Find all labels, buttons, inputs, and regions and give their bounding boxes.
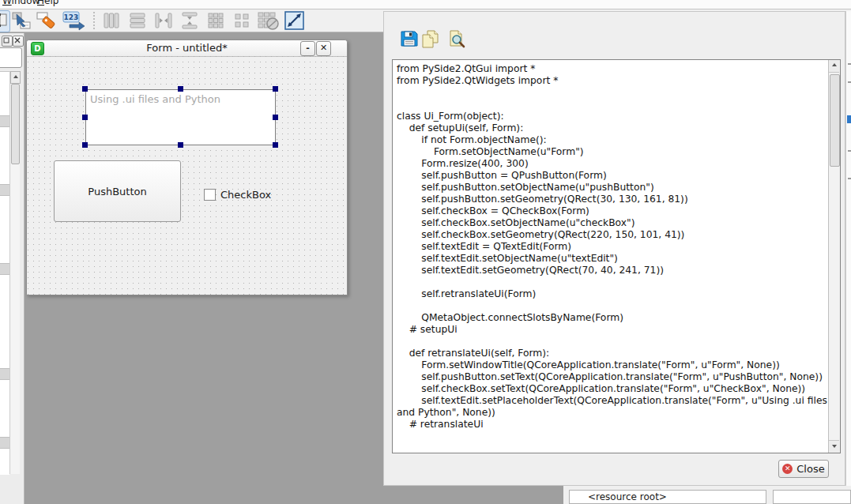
edit-widgets-button[interactable] (0, 10, 10, 32)
scroll-up-button[interactable] (829, 60, 839, 73)
triangle-down-icon (832, 445, 837, 448)
splitter-vertical-icon (179, 10, 200, 31)
layout-vertical-button[interactable] (127, 10, 148, 31)
code-line: Form.setObjectName(u"Form") (397, 146, 828, 158)
break-layout-button[interactable] (256, 10, 280, 31)
checkbox-label: CheckBox (220, 189, 271, 201)
form-editor-window: D Form - untitled* - ✕ Using .ui files a… (26, 39, 348, 295)
scrollbar-thumb[interactable] (11, 84, 20, 164)
code-line (397, 99, 828, 111)
widget-box-list[interactable] (0, 71, 9, 475)
edit-widgets-icon (0, 11, 9, 30)
dock-float-button[interactable] (2, 36, 13, 47)
code-line: self.pushButton.setObjectName(u"pushButt… (397, 182, 828, 194)
selection-handle-midright[interactable] (273, 115, 278, 120)
code-line: # retranslateUi (397, 419, 828, 431)
code-line (397, 300, 828, 312)
form-canvas[interactable]: Using .ui files and Python PushButton Ch… (28, 56, 346, 295)
widget-filter-input[interactable] (0, 47, 22, 68)
splitter-vertical-button[interactable] (179, 10, 200, 31)
float-icon (2, 36, 12, 44)
textedit-widget[interactable]: Using .ui files and Python (85, 89, 276, 145)
resource-list-pane (773, 490, 851, 504)
form-window-titlebar[interactable]: D Form - untitled* - ✕ (27, 40, 347, 57)
edit-buddies-button[interactable] (36, 10, 57, 31)
break-layout-icon (256, 10, 280, 31)
form-close-button[interactable]: ✕ (316, 41, 331, 56)
code-line: self.textEdit.setGeometry(QRect(70, 40, … (397, 265, 828, 276)
save-icon (400, 29, 420, 48)
code-line: and Python", None)) (397, 407, 828, 419)
scroll-up-button[interactable] (10, 71, 21, 84)
layout-grid-icon (205, 10, 226, 31)
checkbox-widget[interactable]: CheckBox (204, 187, 271, 201)
edit-tab-order-button[interactable]: 123 (62, 10, 87, 31)
widget-box-panel (0, 33, 24, 504)
code-line: from PySide2.QtGui import * (397, 63, 828, 75)
selection-handle-topmid[interactable] (178, 86, 183, 92)
layout-grid-button[interactable] (205, 10, 226, 31)
widget-box-scrollbar[interactable] (9, 71, 20, 474)
code-line (397, 87, 828, 99)
edge-selection-mark (847, 115, 851, 123)
scrollbar-thumb[interactable] (830, 74, 840, 167)
selection-handle-midleft[interactable] (82, 115, 88, 120)
triangle-up-icon (13, 75, 18, 78)
edit-buddies-icon (36, 10, 57, 31)
code-line: Form.setWindowTitle(QCoreApplication.tra… (397, 359, 828, 371)
layout-vertical-icon (127, 10, 148, 31)
widget-category-header[interactable] (0, 368, 9, 380)
save-button[interactable] (400, 29, 420, 50)
triangle-up-icon (832, 63, 837, 66)
widget-category-header[interactable] (0, 263, 9, 275)
selection-handle-topleft[interactable] (82, 86, 88, 92)
code-preview-dialog: from PySide2.QtGui import *from PySide2.… (383, 11, 845, 486)
selection-handle-bottomright[interactable] (273, 142, 278, 148)
code-line: self.textEdit.setPlaceholderText(QCoreAp… (397, 395, 828, 407)
edge-tick (848, 178, 851, 179)
code-line: self.checkBox = QCheckBox(Form) (397, 205, 828, 217)
resource-tree: <resource root> (569, 490, 766, 504)
tab-order-123-text: 123 (64, 13, 79, 21)
code-scrollbar[interactable] (828, 60, 840, 453)
menu-item-help[interactable]: Help (37, 0, 58, 6)
widget-category-header[interactable] (0, 184, 9, 196)
close-dialog-button[interactable]: ✕ Close (778, 460, 829, 478)
edit-signals-slots-button[interactable] (11, 10, 32, 31)
find-preview-button[interactable] (447, 29, 468, 50)
pushbutton-widget[interactable]: PushButton (54, 160, 181, 222)
form-window-title: Form - untitled* (27, 42, 347, 54)
edge-tick (848, 63, 851, 65)
code-line (397, 336, 828, 348)
right-edge-panel (845, 11, 851, 486)
resource-root-item[interactable]: <resource root> (570, 491, 766, 503)
code-line: from PySide2.QtWidgets import * (397, 75, 828, 87)
edit-signals-slots-icon (11, 10, 32, 31)
layout-horizontal-icon (101, 10, 122, 31)
copy-button[interactable] (420, 29, 441, 50)
dock-close-button[interactable] (13, 36, 24, 47)
menu-item-window[interactable]: Window (2, 0, 40, 6)
edge-tick (848, 81, 851, 83)
form-minimize-button[interactable]: - (300, 41, 315, 56)
adjust-size-button[interactable] (283, 10, 307, 31)
code-lines: from PySide2.QtGui import *from PySide2.… (393, 60, 828, 431)
code-line: self.checkBox.setObjectName(u"checkBox") (397, 217, 828, 229)
code-line (397, 276, 828, 288)
layout-form-button[interactable] (232, 10, 252, 31)
code-view[interactable]: from PySide2.QtGui import *from PySide2.… (392, 59, 841, 453)
menu-bar: Window Help (0, 0, 851, 9)
checkbox-indicator-icon[interactable] (204, 189, 216, 201)
code-line: self.pushButton.setText(QCoreApplication… (397, 371, 828, 383)
code-line: def setupUi(self, Form): (397, 122, 828, 134)
selection-handle-topright[interactable] (273, 86, 278, 92)
widget-category-header[interactable] (0, 115, 9, 127)
code-line: def retranslateUi(self, Form): (397, 348, 828, 359)
selection-handle-bottommid[interactable] (178, 142, 183, 148)
scroll-down-button[interactable] (829, 440, 839, 453)
widget-category-header[interactable] (0, 437, 9, 449)
selection-handle-bottomleft[interactable] (82, 142, 88, 148)
layout-horizontal-button[interactable] (101, 10, 122, 31)
splitter-horizontal-button[interactable] (153, 10, 174, 31)
code-line: self.retranslateUi(Form) (397, 288, 828, 300)
